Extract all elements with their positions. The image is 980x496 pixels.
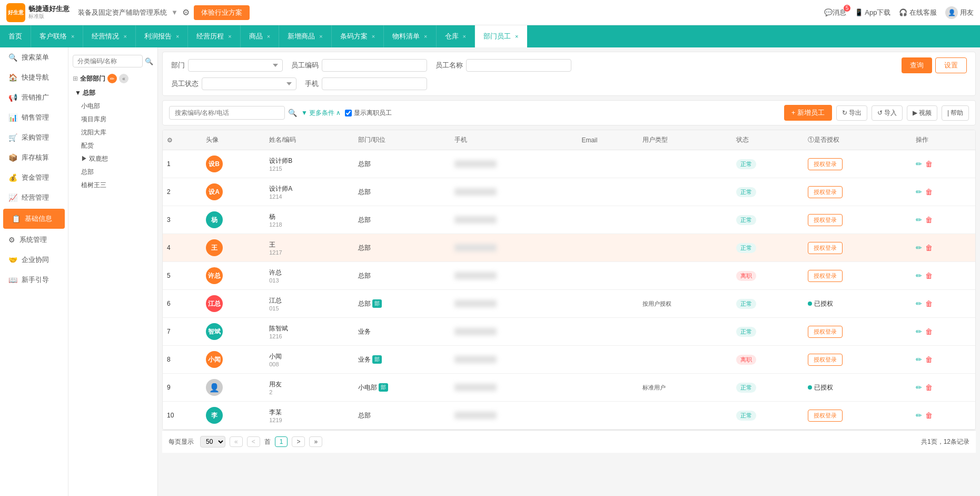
navtab-仓库[interactable]: 仓库× <box>437 25 475 47</box>
navtab-close[interactable]: × <box>71 33 74 40</box>
filter-empcode-input[interactable] <box>322 59 427 72</box>
edit-btn[interactable]: ✏ <box>916 299 922 308</box>
row-auth[interactable]: 授权登录 <box>804 178 912 206</box>
auth-button[interactable]: 授权登录 <box>808 214 843 226</box>
last-page-btn[interactable]: » <box>309 436 322 447</box>
auth-button[interactable]: 授权登录 <box>808 410 843 422</box>
view-button[interactable]: ▶ 视频 <box>907 105 937 121</box>
row-auth[interactable]: 授权登录 <box>804 234 912 262</box>
navtab-部门员工[interactable]: 部门员工× <box>475 25 527 47</box>
sidebar-item-系统管理[interactable]: ⚙系统管理 <box>0 230 68 250</box>
edit-btn[interactable]: ✏ <box>916 188 922 196</box>
navtab-首页[interactable]: 首页 <box>0 25 31 47</box>
trial-btn[interactable]: 体验行业方案 <box>194 5 250 20</box>
navtab-close[interactable]: × <box>228 33 231 40</box>
all-dept-label[interactable]: 全部部门 <box>80 74 105 83</box>
departed-checkbox-input[interactable] <box>345 110 352 116</box>
navtab-经营历程[interactable]: 经营历程× <box>188 25 240 47</box>
row-ops[interactable]: ✏ 🗑 <box>912 206 975 234</box>
sidebar-item-搜索菜单[interactable]: 🔍搜索菜单 <box>0 47 68 67</box>
delete-btn[interactable]: 🗑 <box>925 299 933 308</box>
dept-node[interactable]: ▼ 总部 <box>68 86 157 100</box>
edit-btn[interactable]: ✏ <box>916 244 922 252</box>
auth-button[interactable]: 授权登录 <box>808 158 843 170</box>
navtab-close[interactable]: × <box>372 33 375 40</box>
edit-btn[interactable]: ✏ <box>916 411 922 420</box>
query-button[interactable]: 查询 <box>902 57 932 73</box>
navtab-客户联络[interactable]: 客户联络× <box>31 25 83 47</box>
dept-collapse-btn[interactable]: « <box>119 74 128 83</box>
row-ops[interactable]: ✏ 🗑 <box>912 262 975 290</box>
navtab-close[interactable]: × <box>267 33 270 40</box>
row-ops[interactable]: ✏ 🗑 <box>912 402 975 430</box>
online-service-btn[interactable]: 🎧 在线客服 <box>899 8 937 17</box>
navtab-物料清单[interactable]: 物料清单× <box>384 25 436 47</box>
dept-search-icon[interactable]: 🔍 <box>145 57 153 65</box>
sidebar-item-新手引导[interactable]: 📖新手引导 <box>0 270 68 290</box>
row-ops[interactable]: ✏ 🗑 <box>912 178 975 206</box>
edit-btn[interactable]: ✏ <box>916 383 922 392</box>
row-ops[interactable]: ✏ 🗑 <box>912 150 975 178</box>
filter-status-select[interactable] <box>202 77 296 90</box>
settings-col-icon[interactable]: ⚙ <box>167 137 173 144</box>
sidebar-item-企业协同[interactable]: 🤝企业协同 <box>0 250 68 270</box>
prev-page-btn[interactable]: < <box>247 436 260 447</box>
auth-button[interactable]: 授权登录 <box>808 354 843 366</box>
help-button[interactable]: | 帮助 <box>942 105 969 121</box>
row-auth[interactable]: 授权登录 <box>804 318 912 346</box>
edit-btn[interactable]: ✏ <box>916 160 922 168</box>
sidebar-item-经营管理[interactable]: 📈经营管理 <box>0 188 68 208</box>
search-input[interactable] <box>169 106 285 120</box>
page-size-select[interactable]: 50 <box>200 436 225 448</box>
show-departed-checkbox[interactable]: 显示离职员工 <box>345 109 392 118</box>
navtab-条码方案[interactable]: 条码方案× <box>332 25 384 47</box>
edit-btn[interactable]: ✏ <box>916 271 922 280</box>
sidebar-item-库存核算[interactable]: 📦库存核算 <box>0 148 68 168</box>
delete-btn[interactable]: 🗑 <box>925 327 933 336</box>
search-button[interactable]: 🔍 <box>288 109 297 117</box>
dept-node[interactable]: ▶ 双鹿想 <box>68 152 157 166</box>
app-download-btn[interactable]: 📱 App下载 <box>855 8 890 17</box>
row-ops[interactable]: ✏ 🗑 <box>912 346 975 374</box>
filter-empname-input[interactable] <box>466 59 571 72</box>
sidebar-item-快捷导航[interactable]: 🏠快捷导航 <box>0 67 68 87</box>
sidebar-item-资金管理[interactable]: 💰资金管理 <box>0 168 68 188</box>
edit-btn[interactable]: ✏ <box>916 355 922 364</box>
sidebar-item-基础信息[interactable]: 📋基础信息 <box>3 209 65 229</box>
navtab-close[interactable]: × <box>123 33 126 40</box>
dropdown-icon[interactable]: ▼ <box>171 8 178 16</box>
dept-node[interactable]: 总部 <box>68 166 157 179</box>
navtab-close[interactable]: × <box>463 33 466 40</box>
dept-node[interactable]: 配货 <box>68 139 157 152</box>
navtab-经营情况[interactable]: 经营情况× <box>83 25 135 47</box>
navtab-close[interactable]: × <box>176 33 179 40</box>
dept-node[interactable]: 小电部 <box>68 100 157 113</box>
auth-button[interactable]: 授权登录 <box>808 186 843 198</box>
dept-search-input[interactable] <box>73 55 143 67</box>
filter-phone-input[interactable] <box>322 77 427 90</box>
row-auth[interactable]: 授权登录 <box>804 346 912 374</box>
navtab-close[interactable]: × <box>424 33 427 40</box>
filter-dept-select[interactable] <box>188 59 283 72</box>
delete-btn[interactable]: 🗑 <box>925 411 933 420</box>
more-filter-btn[interactable]: ▼ 更多条件 ∧ <box>301 109 341 118</box>
delete-btn[interactable]: 🗑 <box>925 216 933 224</box>
import-button[interactable]: ↺ 导入 <box>872 105 903 121</box>
sidebar-item-销售管理[interactable]: 📊销售管理 <box>0 108 68 128</box>
message-btn[interactable]: 💬 消息 5 <box>824 8 846 17</box>
dept-node[interactable]: 植树王三 <box>68 179 157 192</box>
sidebar-item-采购管理[interactable]: 🛒采购管理 <box>0 128 68 148</box>
navtab-close[interactable]: × <box>319 33 322 40</box>
delete-btn[interactable]: 🗑 <box>925 244 933 252</box>
delete-btn[interactable]: 🗑 <box>925 355 933 364</box>
dept-edit-btn[interactable]: ✏ <box>107 74 117 83</box>
dept-node[interactable]: 沈阳大库 <box>68 126 157 139</box>
row-auth[interactable]: 授权登录 <box>804 262 912 290</box>
auth-button[interactable]: 授权登录 <box>808 270 843 282</box>
user-area[interactable]: 👤 用友 <box>945 6 974 19</box>
navtab-新增商品[interactable]: 新增商品× <box>279 25 331 47</box>
edit-btn[interactable]: ✏ <box>916 216 922 224</box>
navtab-利润报告[interactable]: 利润报告× <box>136 25 188 47</box>
delete-btn[interactable]: 🗑 <box>925 271 933 280</box>
row-ops[interactable]: ✏ 🗑 <box>912 234 975 262</box>
